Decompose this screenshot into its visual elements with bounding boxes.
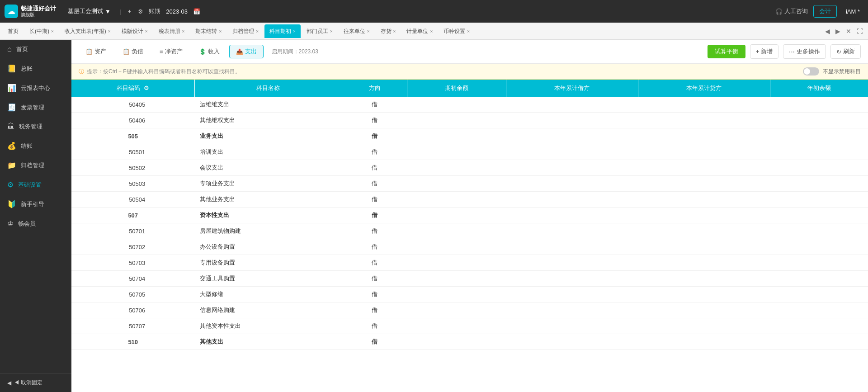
table-row[interactable]: 50502 会议支出 借: [71, 160, 868, 176]
cell-direction: 借: [342, 97, 407, 113]
cell-ytd-debit: [506, 334, 638, 350]
tab-template[interactable]: 模版设计×: [117, 24, 153, 38]
tab-close-inventory[interactable]: ×: [393, 29, 396, 34]
cell-name: 信息网络购建: [194, 302, 342, 318]
app-logo: ☁ 畅捷通好会计 旗舰版: [5, 5, 63, 18]
table-row[interactable]: 50707 其他资本性支出 借: [71, 318, 868, 334]
table-row[interactable]: 50706 信息网络购建 借: [71, 302, 868, 318]
cell-direction: 借: [342, 302, 407, 318]
sidebar-item-settings[interactable]: ⚙ 基础设置: [0, 175, 71, 194]
tab-close-tax[interactable]: ×: [182, 29, 185, 34]
tab-expand-button[interactable]: ⛶: [854, 28, 865, 35]
tab-close-subject[interactable]: ×: [293, 29, 296, 34]
refresh-button[interactable]: ↻ 刷新: [830, 44, 861, 59]
account-button[interactable]: 会计: [813, 5, 837, 18]
subtab-net_asset[interactable]: ≡ 净资产: [153, 45, 189, 58]
table-row[interactable]: 50503 专项业务支出 借: [71, 176, 868, 192]
tab-close-dept[interactable]: ×: [330, 29, 333, 34]
balance-button[interactable]: 试算平衡: [708, 45, 745, 58]
cell-opening: [407, 302, 506, 318]
tab-period_end[interactable]: 期末结转×: [190, 24, 226, 38]
tab-income[interactable]: 收入支出表(年报)×: [60, 24, 116, 38]
tab-close-income[interactable]: ×: [108, 29, 111, 34]
table-row[interactable]: 50702 办公设备购置 借: [71, 239, 868, 255]
cell-year-opening: [770, 334, 868, 350]
table-body: 50405 运维维支出 借 50406 其他维权支出 借 505 业务支出 借 …: [71, 97, 868, 350]
table-row[interactable]: 50504 其他业务支出 借: [71, 192, 868, 208]
table-row[interactable]: 50406 其他维权支出 借: [71, 113, 868, 128]
tab-close-template[interactable]: ×: [145, 29, 148, 34]
subtab-asset[interactable]: 📋 资产: [79, 45, 113, 58]
hide-disabled-toggle[interactable]: [803, 67, 819, 76]
tab-dept[interactable]: 部门员工×: [302, 24, 338, 38]
cell-ytd-credit: [638, 334, 770, 350]
sidebar-item-member[interactable]: ♔ 畅会员: [0, 214, 71, 233]
cell-name: 运维维支出: [194, 97, 342, 113]
sidebar-label-ledger: 总账: [21, 65, 33, 73]
sidebar-item-archive[interactable]: 📁 归档管理: [0, 156, 71, 175]
tab-period[interactable]: 长(中期)×: [24, 24, 59, 38]
tab-close-unit[interactable]: ×: [430, 29, 433, 34]
tab-close-all-button[interactable]: ✕: [844, 28, 854, 35]
cell-opening: [407, 287, 506, 302]
company-name-button[interactable]: 基层工会测试 ▼: [68, 7, 111, 15]
cell-ytd-debit: [506, 287, 638, 302]
col-settings-icon[interactable]: ⚙: [144, 85, 149, 91]
settings-icon[interactable]: ⚙: [138, 8, 143, 15]
sidebar-item-guide[interactable]: 🔰 新手引导: [0, 194, 71, 214]
tab-close-period_end[interactable]: ×: [219, 29, 222, 34]
tab-prev-button[interactable]: ◀: [823, 28, 832, 35]
add-button[interactable]: + 新增: [750, 44, 778, 59]
table-container[interactable]: 科目编码 ⚙ 科目名称 方向 期初余额 本年累计借方 本年累计贷方 年初余额 5…: [71, 80, 868, 392]
cell-code: 50703: [71, 255, 194, 271]
sidebar-item-settle[interactable]: 💰 结账: [0, 136, 71, 156]
subtab-expense[interactable]: 📤 支出: [229, 45, 264, 58]
tab-subject[interactable]: 科目期初×: [264, 24, 301, 38]
table-row[interactable]: 505 业务支出 借: [71, 128, 868, 144]
sidebar-item-ledger[interactable]: 📒 总账: [0, 59, 71, 78]
tab-close-currency[interactable]: ×: [467, 29, 470, 34]
sidebar-item-home[interactable]: ⌂ 首页: [0, 40, 71, 59]
top-right: 🎧 人工咨询 会计 iAM *: [775, 5, 863, 18]
table-row[interactable]: 50704 交通工具购置 借: [71, 271, 868, 287]
cell-name: 专用设备购置: [194, 255, 342, 271]
table-row[interactable]: 50501 培训支出 借: [71, 144, 868, 160]
sidebar-item-report[interactable]: 📊 云报表中心: [0, 78, 71, 98]
tab-close-partner[interactable]: ×: [367, 29, 370, 34]
tab-inventory[interactable]: 存货×: [376, 24, 401, 38]
tab-unit[interactable]: 计量单位×: [401, 24, 438, 38]
table-row[interactable]: 50701 房屋建筑物购建 借: [71, 223, 868, 239]
tab-tax[interactable]: 税表清册×: [154, 24, 190, 38]
tab-next-button[interactable]: ▶: [833, 28, 843, 35]
cell-name: 其他资本性支出: [194, 318, 342, 334]
tab-currency[interactable]: 币种设置×: [439, 24, 475, 38]
table-row[interactable]: 510 其他支出 借: [71, 334, 868, 350]
subtab-liability[interactable]: 📋 负债: [116, 45, 150, 58]
sidebar-item-tax[interactable]: 🏛 税务管理: [0, 117, 71, 136]
more-button[interactable]: ⋯ 更多操作: [783, 44, 826, 59]
add-company-icon[interactable]: ＋: [127, 7, 132, 15]
subtab-income[interactable]: 💲 收入: [192, 45, 226, 58]
help-button[interactable]: 🎧 人工咨询: [775, 7, 808, 15]
collapse-label: ◀ 取消固定: [14, 379, 42, 387]
tab-archive[interactable]: 归档管理×: [227, 24, 264, 38]
cell-year-opening: [770, 255, 868, 271]
tab-close-archive[interactable]: ×: [256, 29, 259, 34]
sidebar-collapse-button[interactable]: ◀ ◀ 取消固定: [0, 373, 71, 392]
tab-close-period[interactable]: ×: [51, 29, 54, 34]
sidebar-label-invoice: 发票管理: [21, 104, 44, 112]
cell-ytd-debit: [506, 160, 638, 176]
cell-name: 办公设备购置: [194, 239, 342, 255]
table-row[interactable]: 507 资本性支出 借: [71, 208, 868, 223]
calendar-icon[interactable]: 📅: [193, 8, 200, 15]
home-icon: ⌂: [7, 45, 12, 53]
tab-home[interactable]: 首页: [3, 24, 24, 38]
sidebar-item-invoice[interactable]: 🧾 发票管理: [0, 98, 71, 117]
top-toolbar: | ＋ ⚙ 账期 2023-03 📅: [120, 7, 200, 15]
cell-year-opening: [770, 302, 868, 318]
tab-partner[interactable]: 往来单位×: [339, 24, 375, 38]
table-row[interactable]: 50703 专用设备购置 借: [71, 255, 868, 271]
cell-code: 50406: [71, 113, 194, 128]
table-row[interactable]: 50405 运维维支出 借: [71, 97, 868, 113]
table-row[interactable]: 50705 大型修缮 借: [71, 287, 868, 302]
